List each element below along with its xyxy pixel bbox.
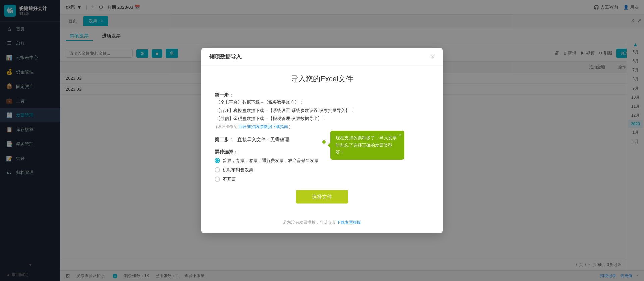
- radio-notissued[interactable]: 不开票: [215, 176, 429, 182]
- step1-line2: 【百旺】税控盘数据下载→【系统设置-系统参数设置-发票批量导入】；: [216, 106, 429, 115]
- step1-label: 第一步：: [215, 92, 233, 98]
- ticket-select-label: 票种选择：: [215, 149, 238, 154]
- select-file-button[interactable]: 选择文件: [296, 190, 348, 203]
- step-one: 第一步： 【全电平台】数据下载→【税务数字账户】； 【百旺】税控盘数据下载→【系…: [215, 92, 429, 131]
- modal-close-button[interactable]: ×: [431, 53, 435, 60]
- modal-header: 销项数据导入 ×: [201, 48, 443, 66]
- tooltip-dot: [322, 140, 326, 144]
- radio-group: 普票，专票，卷票，通行费发票，农产品销售发票 机动车销售发票 不开票: [215, 157, 429, 182]
- import-modal: 销项数据导入 × 导入您的Excel文件 第一步： 【全电平台】数据下载→【税务…: [201, 48, 443, 233]
- modal-import-title: 导入您的Excel文件: [215, 74, 429, 84]
- download-template-link[interactable]: 下载发票模版: [337, 220, 361, 224]
- step2-label: 第二步：: [215, 136, 233, 142]
- modal-footer: 若您没有发票模版，可以点击 下载发票模版: [201, 219, 443, 233]
- step1-hint: (详细操作见 百旺/航信发票数据下载指南 ): [216, 123, 429, 131]
- tooltip-close-button[interactable]: ×: [399, 133, 401, 138]
- radio-general-circle: [215, 158, 220, 163]
- radio-general-label: 普票，专票，卷票，通行费发票，农产品销售发票: [223, 157, 319, 163]
- guide-link[interactable]: 百旺/航信发票数据下载指南: [238, 124, 288, 129]
- tooltip-bubble: × 现在支持的票种多了，导入发票时别忘了选择正确的发票类型呀！: [330, 131, 404, 160]
- radio-motor[interactable]: 机动车销售发票: [215, 167, 429, 173]
- modal-body: 导入您的Excel文件 第一步： 【全电平台】数据下载→【税务数字账户】； 【百…: [201, 66, 443, 220]
- radio-notissued-circle: [215, 176, 220, 182]
- radio-motor-label: 机动车销售发票: [223, 167, 253, 173]
- radio-notissued-label: 不开票: [223, 176, 236, 182]
- step1-content: 【全电平台】数据下载→【税务数字账户】； 【百旺】税控盘数据下载→【系统设置-系…: [215, 98, 429, 131]
- modal-title: 销项数据导入: [209, 53, 241, 60]
- radio-motor-circle: [215, 167, 220, 172]
- tooltip-text: 现在支持的票种多了，导入发票时别忘了选择正确的发票类型呀！: [336, 135, 397, 155]
- step2-content: 直接导入文件，无需整理: [237, 136, 289, 142]
- step1-line1: 【全电平台】数据下载→【税务数字账户】；: [216, 98, 429, 107]
- step1-line3: 【航信】金税盘数据下载→【报税管理-发票数据导出】；: [216, 115, 429, 123]
